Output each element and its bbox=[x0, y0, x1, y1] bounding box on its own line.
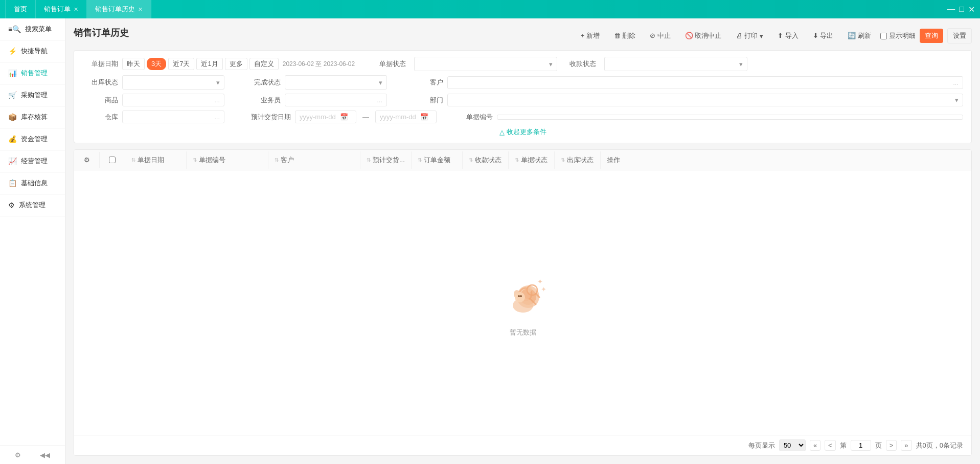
finance-icon: 💰 bbox=[8, 135, 17, 143]
out-status-select[interactable] bbox=[122, 75, 224, 90]
th-receipt[interactable]: ⇅ 收款状态 bbox=[463, 151, 509, 169]
search-menu-icon: ≡🔍 bbox=[8, 25, 21, 33]
minimize-btn[interactable]: — bbox=[947, 5, 955, 14]
sidebar-item-sales-mgmt[interactable]: 📊 销售管理 bbox=[0, 62, 65, 84]
warehouse-input[interactable]: ... bbox=[122, 111, 224, 123]
tab-home[interactable]: 首页 bbox=[5, 0, 36, 18]
receipt-status-dropdown-icon bbox=[739, 60, 743, 68]
last-page-btn[interactable]: » bbox=[901, 440, 911, 451]
sidebar-item-system-mgmt[interactable]: ⚙ 系统管理 bbox=[0, 194, 65, 216]
tab-sales-history[interactable]: 销售订单历史 ✕ bbox=[87, 0, 151, 18]
table-settings-icon[interactable]: ⚙ bbox=[84, 156, 90, 164]
refresh-btn[interactable]: 🔄 刷新 bbox=[842, 29, 876, 43]
out-status-dropdown-icon bbox=[216, 79, 220, 86]
th-customer[interactable]: ⇅ 客户 bbox=[268, 151, 360, 169]
select-all-checkbox[interactable] bbox=[109, 157, 116, 163]
tab-sales-order[interactable]: 销售订单 ✕ bbox=[36, 0, 87, 18]
sidebar-item-operations[interactable]: 📈 经营管理 bbox=[0, 150, 65, 172]
sort-no-icon: ⇅ bbox=[193, 157, 197, 163]
settings-btn[interactable]: 设置 bbox=[947, 28, 972, 43]
dept-label: 部门 bbox=[407, 96, 443, 105]
th-checkbox[interactable] bbox=[100, 152, 125, 167]
warehouse-dots-icon[interactable]: ... bbox=[214, 113, 220, 121]
close-tab-sales-order[interactable]: ✕ bbox=[74, 6, 78, 13]
salesperson-dots-icon[interactable]: ... bbox=[377, 96, 382, 104]
date-btn-3days[interactable]: 3天 bbox=[147, 58, 166, 70]
window-controls: — □ ✕ bbox=[947, 5, 975, 14]
sort-receipt-icon: ⇅ bbox=[469, 157, 473, 163]
cancel-stop-btn[interactable]: 🚫 取消中止 bbox=[680, 29, 727, 43]
dept-select[interactable] bbox=[447, 94, 963, 106]
sidebar-item-purchase-mgmt[interactable]: 🛒 采购管理 bbox=[0, 84, 65, 106]
bill-status-dropdown-icon bbox=[549, 60, 553, 68]
first-page-btn[interactable]: « bbox=[810, 440, 821, 451]
sort-amount-icon: ⇅ bbox=[418, 157, 422, 163]
page-label-suffix: 页 bbox=[875, 441, 882, 450]
calendar-end-icon[interactable]: 📅 bbox=[420, 113, 428, 121]
current-page-input[interactable] bbox=[851, 440, 871, 451]
th-date[interactable]: ⇅ 单据日期 bbox=[125, 151, 187, 169]
empty-text: 暂无数据 bbox=[510, 328, 536, 337]
goods-dots-icon[interactable]: ... bbox=[214, 96, 220, 104]
page-label-prefix: 第 bbox=[840, 441, 847, 450]
svg-text:✦: ✦ bbox=[537, 278, 543, 285]
new-btn[interactable]: + 新增 bbox=[575, 29, 604, 43]
customer-input[interactable]: ... bbox=[447, 76, 963, 89]
stop-btn[interactable]: ⊘ 中止 bbox=[645, 29, 676, 43]
bill-status-select[interactable] bbox=[414, 57, 557, 71]
operations-icon: 📈 bbox=[8, 157, 17, 165]
sidebar-item-inventory[interactable]: 📦 库存核算 bbox=[0, 106, 65, 128]
th-status[interactable]: ⇅ 单据状态 bbox=[509, 151, 555, 169]
th-amount[interactable]: ⇅ 订单金额 bbox=[412, 151, 463, 169]
sidebar-collapse-icon[interactable]: ◀◀ bbox=[40, 451, 50, 459]
prev-page-btn[interactable]: < bbox=[825, 440, 836, 451]
th-settings[interactable]: ⚙ bbox=[74, 152, 100, 168]
content-area: 销售订单历史 + 新增 🗑 删除 ⊘ 中止 🚫 取消中止 🖨 打印 bbox=[65, 18, 980, 464]
th-no[interactable]: ⇅ 单据编号 bbox=[187, 151, 268, 169]
export-btn[interactable]: ⬇ 导出 bbox=[808, 29, 839, 43]
print-dropdown-icon bbox=[760, 32, 763, 40]
inventory-icon: 📦 bbox=[8, 113, 17, 121]
date-btn-7days[interactable]: 近7天 bbox=[168, 58, 194, 70]
complete-status-select[interactable] bbox=[285, 75, 387, 90]
display-detail-checkbox[interactable] bbox=[880, 33, 887, 39]
query-btn[interactable]: 查询 bbox=[920, 29, 943, 43]
display-detail-toggle[interactable]: 显示明细 bbox=[880, 31, 916, 40]
sidebar-item-quick-nav[interactable]: ⚡ 快捷导航 bbox=[0, 40, 65, 62]
th-outstatus[interactable]: ⇅ 出库状态 bbox=[555, 151, 601, 169]
date-btn-custom[interactable]: 自定义 bbox=[249, 58, 279, 70]
purchase-mgmt-icon: 🛒 bbox=[8, 91, 17, 99]
delete-btn[interactable]: 🗑 删除 bbox=[609, 29, 641, 43]
delivery-date-end[interactable]: yyyy-mm-dd 📅 bbox=[375, 111, 437, 123]
complete-status-label: 完成状态 bbox=[245, 78, 281, 87]
delivery-date-start[interactable]: yyyy-mm-dd 📅 bbox=[295, 111, 356, 123]
sidebar-settings-icon[interactable]: ⚙ bbox=[15, 451, 21, 459]
th-delivery[interactable]: ⇅ 预计交货... bbox=[360, 151, 412, 169]
goods-label: 商品 bbox=[82, 96, 118, 105]
bill-no-label: 单据编号 bbox=[457, 113, 493, 122]
main-layout: ≡🔍 搜索菜单 ⚡ 快捷导航 📊 销售管理 🛒 采购管理 📦 库存核算 💰 资金… bbox=[0, 18, 980, 464]
page-size-select[interactable]: 50 20 100 bbox=[779, 439, 806, 451]
collapse-up-icon: △ bbox=[499, 128, 505, 136]
salesperson-input[interactable]: ... bbox=[285, 94, 387, 106]
receipt-status-select[interactable] bbox=[604, 57, 747, 71]
date-btn-1month[interactable]: 近1月 bbox=[196, 58, 222, 70]
customer-dots-icon[interactable]: ... bbox=[953, 79, 959, 86]
sidebar-item-basic-info[interactable]: 📋 基础信息 bbox=[0, 172, 65, 194]
next-page-btn[interactable]: > bbox=[886, 440, 897, 451]
close-btn[interactable]: ✕ bbox=[968, 5, 975, 14]
date-btn-more[interactable]: 更多 bbox=[225, 58, 247, 70]
collapse-btn[interactable]: △ 收起更多条件 bbox=[82, 127, 963, 137]
svg-point-7 bbox=[515, 292, 525, 302]
top-bar: 首页 销售订单 ✕ 销售订单历史 ✕ — □ ✕ bbox=[0, 0, 980, 18]
calendar-start-icon[interactable]: 📅 bbox=[340, 113, 348, 121]
close-tab-sales-history[interactable]: ✕ bbox=[138, 6, 143, 13]
maximize-btn[interactable]: □ bbox=[959, 5, 964, 14]
sidebar-item-search-menu[interactable]: ≡🔍 搜索菜单 bbox=[0, 18, 65, 40]
goods-input[interactable]: ... bbox=[122, 94, 224, 106]
print-btn[interactable]: 🖨 打印 bbox=[731, 29, 769, 43]
bill-no-input[interactable] bbox=[497, 115, 963, 120]
import-btn[interactable]: ⬆ 导入 bbox=[772, 29, 804, 43]
sidebar-item-finance[interactable]: 💰 资金管理 bbox=[0, 128, 65, 150]
date-btn-yesterday[interactable]: 昨天 bbox=[122, 58, 145, 70]
